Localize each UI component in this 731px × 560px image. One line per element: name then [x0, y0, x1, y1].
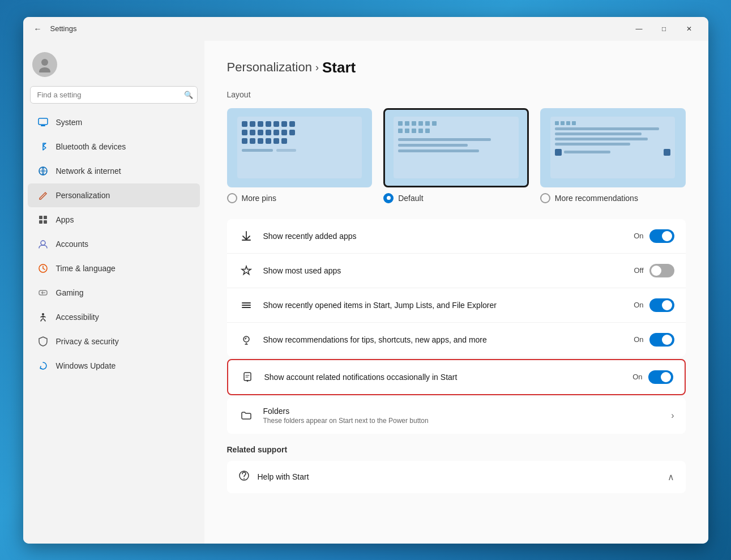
recently-added-toggle[interactable]: [649, 229, 674, 243]
breadcrumb-separator: ›: [315, 62, 319, 74]
close-button[interactable]: ✕: [677, 20, 702, 38]
folders-icon: [238, 408, 254, 424]
minimize-button[interactable]: —: [627, 20, 652, 38]
svg-point-22: [243, 478, 245, 479]
network-icon: [37, 165, 49, 177]
svg-rect-6: [44, 216, 47, 219]
sidebar-item-personalization[interactable]: Personalization: [28, 183, 200, 207]
help-text: Help with Start: [258, 472, 660, 481]
sidebar-item-label-personalization: Personalization: [56, 191, 110, 200]
breadcrumb-current: Start: [322, 59, 356, 76]
title-bar-left: ← Settings: [30, 21, 627, 37]
search-box: 🔍: [30, 86, 198, 104]
layout-card-more-rec[interactable]: More recommendations: [540, 108, 686, 203]
breadcrumb: Personalization › Start: [227, 59, 686, 76]
folders-chevron-icon: ›: [671, 411, 674, 421]
breadcrumb-parent: Personalization: [227, 60, 312, 75]
sidebar-item-system[interactable]: System: [28, 110, 200, 134]
folders-subtext: These folders appear on Start next to th…: [263, 417, 662, 425]
recently-opened-toggle-label: On: [634, 301, 643, 309]
settings-window: ← Settings — □ ✕ 🔍: [23, 17, 708, 544]
recently-opened-icon: [238, 297, 254, 313]
privacy-icon: [37, 335, 49, 348]
sidebar-item-label-time: Time & language: [56, 264, 116, 273]
svg-point-18: [243, 336, 249, 342]
layout-option-more-rec[interactable]: More recommendations: [540, 193, 686, 203]
sidebar-item-apps[interactable]: Apps: [28, 208, 200, 232]
sidebar-item-accounts[interactable]: Accounts: [28, 232, 200, 256]
accessibility-icon: [37, 311, 49, 323]
layout-cards: More pins: [227, 108, 686, 203]
settings-row-recently-opened: Show recently opened items in Start, Jum…: [227, 288, 686, 323]
content-area: 🔍 SystemBluetooth & devicesNetwork & int…: [23, 41, 708, 544]
folders-text: Folders: [263, 407, 662, 416]
recently-added-right: On: [634, 229, 674, 243]
system-icon: [37, 116, 49, 129]
layout-card-img-more-pins: [227, 108, 373, 187]
layout-section-label: Layout: [227, 90, 686, 99]
recently-opened-toggle[interactable]: [649, 298, 674, 312]
layout-card-img-default: [383, 108, 529, 187]
svg-rect-5: [39, 216, 42, 219]
sidebar-item-network[interactable]: Network & internet: [28, 159, 200, 183]
svg-point-12: [44, 292, 45, 293]
sidebar-item-label-accessibility: Accessibility: [56, 313, 99, 322]
bluetooth-icon: [37, 140, 49, 153]
account-notifications-toggle[interactable]: [648, 370, 673, 384]
sidebar-item-privacy[interactable]: Privacy & security: [28, 330, 200, 353]
recently-added-toggle-label: On: [634, 232, 643, 240]
layout-option-default[interactable]: Default: [383, 193, 529, 203]
sidebar-item-accessibility[interactable]: Accessibility: [28, 305, 200, 329]
layout-label-more-rec: More recommendations: [555, 194, 638, 203]
sidebar-item-bluetooth[interactable]: Bluetooth & devices: [28, 135, 200, 159]
layout-card-default[interactable]: Default: [383, 108, 529, 203]
avatar: [32, 52, 57, 77]
layout-option-more-pins[interactable]: More pins: [227, 193, 373, 203]
layout-card-more-pins[interactable]: More pins: [227, 108, 373, 203]
window-controls: — □ ✕: [627, 20, 702, 38]
sidebar-item-label-accounts: Accounts: [56, 240, 89, 249]
radio-more-pins: [227, 193, 237, 203]
sidebar-item-label-network: Network & internet: [56, 166, 121, 176]
related-support-label: Related support: [227, 445, 686, 454]
layout-card-img-more-rec: [540, 108, 686, 187]
recommendations-icon: [238, 332, 254, 348]
settings-row-folders[interactable]: Folders These folders appear on Start ne…: [227, 397, 686, 434]
recommendations-toggle[interactable]: [649, 333, 674, 347]
search-icon: 🔍: [184, 91, 193, 99]
most-used-toggle-label: Off: [634, 266, 643, 275]
sidebar-item-label-privacy: Privacy & security: [56, 337, 119, 346]
sidebar-item-label-gaming: Gaming: [56, 288, 84, 297]
sidebar-item-label-apps: Apps: [56, 215, 74, 224]
sidebar: 🔍 SystemBluetooth & devicesNetwork & int…: [23, 41, 204, 544]
settings-row-most-used: Show most used apps Off: [227, 254, 686, 288]
most-used-toggle[interactable]: [649, 264, 674, 277]
layout-label-more-pins: More pins: [242, 194, 276, 203]
back-button[interactable]: ←: [30, 21, 46, 37]
update-icon: [37, 360, 49, 372]
sidebar-item-time[interactable]: Time & language: [28, 257, 200, 280]
settings-row-account-notifications: Show account related notifications occas…: [227, 359, 686, 395]
recommendations-toggle-label: On: [634, 335, 643, 344]
sidebar-item-label-bluetooth: Bluetooth & devices: [56, 142, 126, 151]
help-row[interactable]: Help with Start ∧: [227, 461, 686, 493]
layout-label-default: Default: [398, 194, 423, 203]
svg-point-20: [246, 380, 248, 382]
settings-card-folders: Folders These folders appear on Start ne…: [227, 397, 686, 434]
recently-added-icon: [238, 228, 254, 244]
maximize-button[interactable]: □: [652, 20, 677, 38]
sidebar-item-update[interactable]: Windows Update: [28, 354, 200, 378]
radio-default: [383, 193, 394, 203]
most-used-icon: [238, 263, 254, 279]
radio-more-rec: [540, 193, 550, 203]
most-used-right: Off: [634, 264, 674, 277]
account-notifications-right: On: [632, 370, 673, 384]
accounts-icon: [37, 238, 49, 250]
recommendations-text: Show recommendations for tips, shortcuts…: [263, 335, 625, 344]
svg-rect-17: [242, 307, 251, 308]
sidebar-item-label-update: Windows Update: [56, 361, 116, 370]
main-content: Personalization › Start Layout: [204, 41, 708, 544]
sidebar-item-gaming[interactable]: Gaming: [28, 281, 200, 305]
search-input[interactable]: [30, 86, 198, 104]
account-notifications-toggle-label: On: [632, 373, 642, 381]
